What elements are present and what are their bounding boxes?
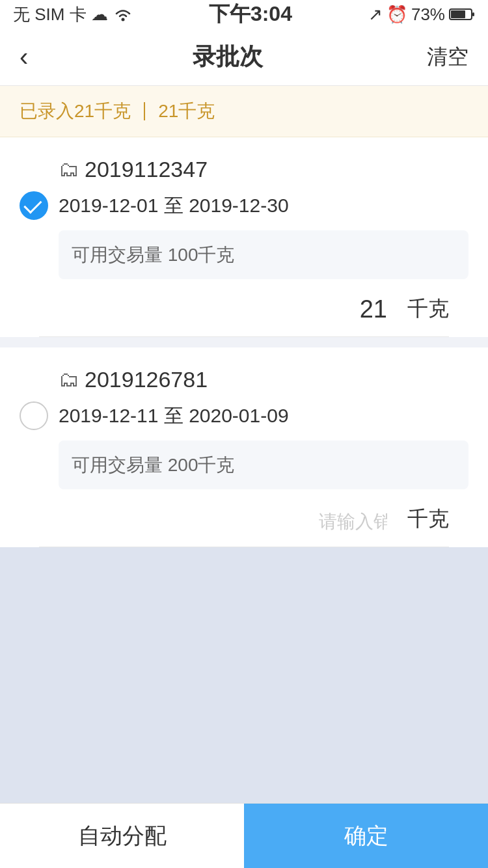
status-left: 无 SIM 卡 ☁ xyxy=(13,3,133,26)
batch-amount-row-2: 千克 xyxy=(20,489,468,547)
radio-1[interactable] xyxy=(20,191,48,220)
alarm-icon: ⏰ xyxy=(386,5,407,25)
batch-item-1: 🗂 2019112347 2019-12-01 至 2019-12-30 可用交… xyxy=(0,137,488,337)
section-divider xyxy=(0,337,488,347)
auto-distribute-label: 自动分配 xyxy=(78,821,167,851)
current-amount: 21千克 xyxy=(158,99,215,124)
batch-date-row-2[interactable]: 2019-12-11 至 2020-01-09 xyxy=(20,401,468,430)
batch-id-row-1: 🗂 2019112347 xyxy=(20,157,468,182)
info-banner: 已录入21千克 21千克 xyxy=(0,86,488,137)
recorded-amount: 已录入21千克 xyxy=(20,99,131,124)
status-right: ↗ ⏰ 73% xyxy=(368,5,475,25)
batch-amount-input-2[interactable] xyxy=(319,506,397,534)
svg-rect-2 xyxy=(451,10,465,18)
footer: 自动分配 确定 xyxy=(0,803,488,868)
nav-bar: ‹ 录批次 清空 xyxy=(0,29,488,86)
batch-unit-2: 千克 xyxy=(407,505,449,534)
status-bar: 无 SIM 卡 ☁ 下午3:04 ↗ ⏰ 73% xyxy=(0,0,488,29)
batch-item-2: 🗂 2019126781 2019-12-11 至 2020-01-09 可用交… xyxy=(0,347,488,547)
batch-date-1: 2019-12-01 至 2019-12-30 xyxy=(59,193,289,219)
location-icon: ↗ xyxy=(368,5,383,25)
page-title: 录批次 xyxy=(193,41,263,73)
battery-icon xyxy=(449,7,475,21)
banner-divider xyxy=(144,102,145,120)
batch-quota-1: 可用交易量 100千克 xyxy=(59,230,468,279)
batch-id-1: 2019112347 xyxy=(85,157,208,182)
batch-id-row-2: 🗂 2019126781 xyxy=(20,367,468,392)
batch-icon-1: 🗂 xyxy=(59,157,79,182)
confirm-label: 确定 xyxy=(344,821,388,851)
batch-date-row-1[interactable]: 2019-12-01 至 2019-12-30 xyxy=(20,191,468,220)
sim-status: 无 SIM 卡 ☁ xyxy=(13,3,108,26)
svg-rect-3 xyxy=(472,12,474,16)
batch-quota-text-1: 可用交易量 100千克 xyxy=(72,245,235,265)
back-button[interactable]: ‹ xyxy=(20,42,28,72)
auto-distribute-button[interactable]: 自动分配 xyxy=(0,804,244,868)
batch-date-2: 2019-12-11 至 2020-01-09 xyxy=(59,403,289,429)
radio-2[interactable] xyxy=(20,401,48,430)
batch-amount-row-1: 千克 xyxy=(20,279,468,336)
batch-quota-text-2: 可用交易量 200千克 xyxy=(72,455,235,475)
confirm-button[interactable]: 确定 xyxy=(244,804,488,868)
batch-amount-input-1[interactable] xyxy=(319,295,397,323)
batch-id-2: 2019126781 xyxy=(85,367,208,392)
status-time: 下午3:04 xyxy=(209,0,292,29)
battery-percent: 73% xyxy=(411,5,445,25)
batch-icon-2: 🗂 xyxy=(59,368,79,392)
batch-unit-1: 千克 xyxy=(407,295,449,323)
clear-button[interactable]: 清空 xyxy=(427,43,468,72)
wifi-icon xyxy=(113,7,133,21)
svg-point-0 xyxy=(121,18,124,21)
batch-quota-2: 可用交易量 200千克 xyxy=(59,441,468,489)
